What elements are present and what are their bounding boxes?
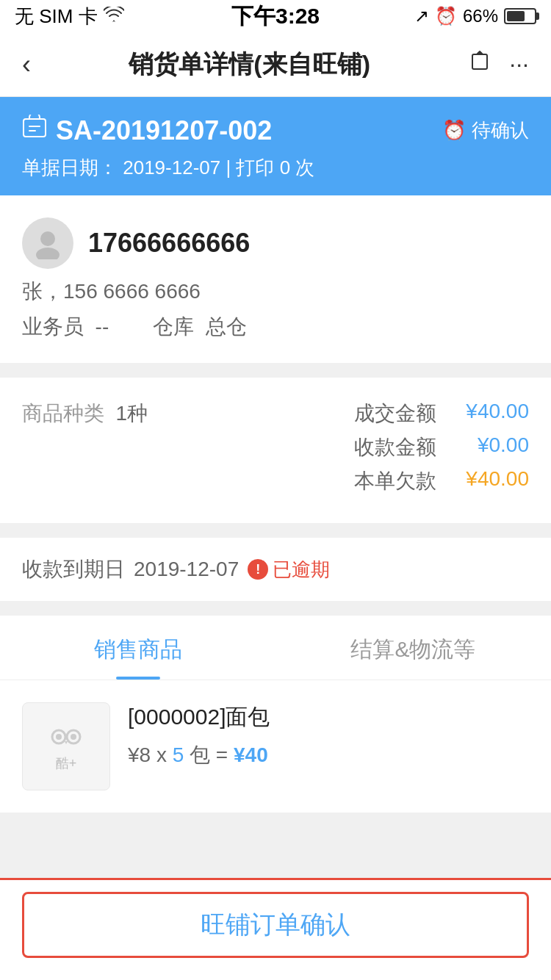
due-section: 收款到期日 2019-12-07 ! 已逾期: [0, 538, 551, 601]
order-status: ⏰ 待确认: [442, 118, 529, 143]
owed-row: 本单欠款 ¥40.00: [354, 467, 529, 495]
battery-fill: [507, 11, 525, 21]
product-logo: 酷+: [44, 721, 88, 772]
order-id: SA-20191207-002: [22, 115, 272, 146]
svg-point-3: [36, 248, 60, 259]
battery-icon: [504, 8, 536, 24]
page-title: 销货单详情(来自旺铺): [129, 48, 370, 82]
order-id-row: SA-20191207-002 ⏰ 待确认: [22, 115, 529, 146]
tabs-section: 销售商品 结算&物流等 酷+ [0000002]面包: [0, 616, 551, 813]
avatar: [22, 217, 73, 269]
nav-bar: ‹ 销货单详情(来自旺铺) ···: [0, 32, 551, 97]
order-icon: [22, 115, 47, 146]
carrier-text: 无 SIM 卡: [15, 4, 98, 29]
customer-row: 17666666666: [22, 217, 529, 269]
status-left: 无 SIM 卡: [15, 4, 124, 29]
svg-point-6: [56, 734, 62, 740]
customer-meta: 业务员 -- 仓库 总仓: [22, 313, 529, 341]
svg-point-7: [71, 734, 76, 740]
status-time: 下午3:28: [231, 1, 320, 32]
warehouse-meta: 仓库 总仓: [153, 313, 247, 341]
product-name: [0000002]面包: [128, 702, 529, 732]
tabs-header: 销售商品 结算&物流等: [0, 616, 551, 680]
alarm-icon: ⏰: [435, 6, 457, 26]
product-item: 酷+ [0000002]面包 ¥8 x 5 包 = ¥40: [0, 680, 551, 813]
confirm-order-button[interactable]: 旺铺订单确认: [22, 892, 529, 958]
order-header-banner: SA-20191207-002 ⏰ 待确认 单据日期： 2019-12-07 |…: [0, 97, 551, 195]
nav-actions: ···: [468, 50, 529, 79]
svg-point-2: [40, 231, 55, 246]
tab-settlement[interactable]: 结算&物流等: [276, 616, 551, 680]
customer-phone: 17666666666: [88, 228, 250, 259]
product-thumbnail: 酷+: [22, 702, 110, 790]
location-icon: ↗: [414, 6, 429, 26]
clock-icon: ⏰: [442, 119, 466, 142]
sales-meta: 业务员 --: [22, 313, 109, 341]
wifi-icon: [104, 5, 124, 28]
summary-section: 商品种类 1种 成交金额 ¥40.00 收款金额 ¥0.00 本单欠款 ¥40.…: [0, 378, 551, 523]
product-logo-text: 酷+: [56, 754, 77, 772]
summary-left: 商品种类 1种: [22, 400, 148, 501]
status-right: ↗ ⏰ 66%: [414, 6, 536, 26]
customer-info: 张，156 6666 6666: [22, 278, 529, 306]
bottom-bar: 旺铺订单确认: [0, 878, 551, 980]
more-icon[interactable]: ···: [509, 51, 529, 78]
customer-section: 17666666666 张，156 6666 6666 业务员 -- 仓库 总仓: [0, 195, 551, 363]
warning-icon: !: [248, 559, 268, 580]
transaction-row: 成交金额 ¥40.00: [354, 400, 529, 428]
status-bar: 无 SIM 卡 下午3:28 ↗ ⏰ 66%: [0, 0, 551, 32]
tab-sales-products[interactable]: 销售商品: [0, 616, 276, 680]
svg-rect-0: [472, 54, 487, 69]
product-price: ¥8 x 5 包 = ¥40: [128, 741, 529, 769]
summary-right: 成交金额 ¥40.00 收款金额 ¥0.00 本单欠款 ¥40.00: [354, 400, 529, 501]
overdue-badge: ! 已逾期: [248, 557, 330, 583]
svg-rect-1: [24, 119, 46, 137]
received-row: 收款金额 ¥0.00: [354, 433, 529, 461]
order-date-row: 单据日期： 2019-12-07 | 打印 0 次: [22, 155, 529, 181]
share-icon[interactable]: [468, 50, 491, 79]
battery-percent: 66%: [463, 6, 498, 26]
product-info: [0000002]面包 ¥8 x 5 包 = ¥40: [128, 702, 529, 790]
back-button[interactable]: ‹: [22, 49, 31, 80]
